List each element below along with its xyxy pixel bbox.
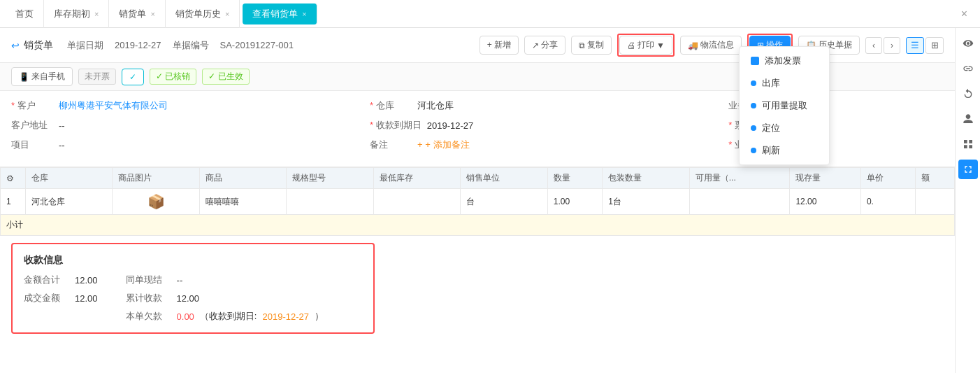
cumulative-label: 累计收款 <box>126 292 171 304</box>
sidebar-expand-icon[interactable] <box>958 160 978 179</box>
form-icon: ↩ <box>11 40 20 51</box>
current-owed-value: 0.00 <box>177 311 194 322</box>
nav-arrows: ‹ › <box>865 37 900 54</box>
share-button[interactable]: ↗ 分享 <box>524 36 565 55</box>
right-sidebar <box>955 28 980 373</box>
date-label: 单据日期 <box>67 39 103 52</box>
subtotal-label: 小计 <box>1 215 955 236</box>
tab-sales-history[interactable]: 销货单历史 × <box>166 0 240 28</box>
unit-price-header: 单价 <box>860 168 916 189</box>
tab-sales-order-close[interactable]: × <box>150 10 154 18</box>
number-value: SA-20191227-001 <box>220 40 294 50</box>
sidebar-user-icon[interactable] <box>958 109 978 129</box>
tab-inventory-init[interactable]: 库存期初 × <box>44 0 109 28</box>
row-warehouse: 河北仓库 <box>26 189 113 215</box>
payment-col-2: 同单现结 -- 累计收款 12.00 本单欠款 0.00 （收款到期日: 201… <box>126 274 324 323</box>
customer-group: 客户 柳州粤港平安气体有限公司 <box>11 99 370 112</box>
new-button[interactable]: + 新增 <box>480 36 519 55</box>
transaction-row: 成交金额 12.00 <box>24 292 98 304</box>
warehouse-label: 仓库 <box>370 99 412 112</box>
add-note-button[interactable]: + + 添加备注 <box>417 139 469 151</box>
menu-item-refresh[interactable]: 刷新 <box>740 139 829 162</box>
tab-sales-history-close[interactable]: × <box>225 10 229 18</box>
spec-header: 规格型号 <box>287 168 373 189</box>
verified-status: ✓ 已核销 <box>150 69 196 85</box>
total-label: 金额合计 <box>24 274 69 286</box>
row-amount <box>916 189 955 215</box>
dot-icon-refresh <box>751 148 756 153</box>
prev-arrow[interactable]: ‹ <box>865 37 882 54</box>
address-value: -- <box>59 120 65 131</box>
sidebar-table-icon[interactable] <box>958 134 978 154</box>
current-owed-label: 本单欠款 <box>126 310 171 323</box>
subtotal-row: 小计 <box>1 215 955 236</box>
tab-view-sales-close[interactable]: × <box>302 10 306 18</box>
gear-header[interactable]: ⚙ <box>1 168 26 189</box>
tab-inventory-init-close[interactable]: × <box>94 10 99 18</box>
copy-button[interactable]: ⧉ 复制 <box>571 36 612 55</box>
address-group: 客户地址 -- <box>11 119 370 132</box>
row-spec <box>287 189 373 215</box>
next-arrow[interactable]: › <box>884 37 900 54</box>
payment-date-label: 收款到期日 <box>370 119 421 132</box>
tab-bar: 首页 库存期初 × 销货单 × 销货单历史 × 查看销货单 × × <box>0 0 980 28</box>
due-date-close: ） <box>315 310 324 323</box>
warehouse-value: 河北仓库 <box>417 99 454 112</box>
menu-item-outbound[interactable]: 出库 <box>740 72 829 94</box>
print-icon: 🖨 <box>627 41 635 50</box>
effective-status: ✓ 已生效 <box>202 69 249 85</box>
data-table-wrap: ⚙ 仓库 商品图片 商品 规格型号 最低库存 销售单位 数量 包装数量 可用量（… <box>0 167 955 236</box>
truck-icon: 🚚 <box>688 41 698 50</box>
phone-button[interactable]: 📱 来自手机 <box>11 67 73 86</box>
payment-date-value: 2019-12-27 <box>427 120 474 131</box>
sidebar-link-icon[interactable] <box>958 59 978 78</box>
table-header-row: ⚙ 仓库 商品图片 商品 规格型号 最低库存 销售单位 数量 包装数量 可用量（… <box>1 168 955 189</box>
project-value: -- <box>59 140 65 150</box>
total-row: 金额合计 12.00 <box>24 274 98 286</box>
sales-unit-header: 销售单位 <box>461 168 547 189</box>
dot-icon-outbound <box>751 80 756 86</box>
project-label: 项目 <box>11 139 53 151</box>
dot-icon-locate <box>751 125 756 131</box>
min-stock-header: 最低库存 <box>373 168 460 189</box>
current-owed-row: 本单欠款 0.00 （收款到期日: 2019-12-27 ） <box>126 310 324 323</box>
same-order-row: 同单现结 -- <box>126 274 324 286</box>
note-label: 备注 <box>370 139 412 151</box>
row-index: 1 <box>1 189 26 215</box>
customer-value[interactable]: 柳州粤港平安气体有限公司 <box>59 99 168 112</box>
confirm-button[interactable]: ✓ <box>122 69 144 85</box>
tab-home[interactable]: 首页 <box>6 0 44 28</box>
menu-item-locate[interactable]: 定位 <box>740 117 829 139</box>
window-close-button[interactable]: × <box>954 8 974 20</box>
amount-header: 额 <box>916 168 955 189</box>
address-label: 客户地址 <box>11 119 53 132</box>
row-product: 嘻嘻嘻嘻 <box>199 189 286 215</box>
copy-icon: ⧉ <box>579 41 585 50</box>
menu-item-available-qty[interactable]: 可用量提取 <box>740 94 829 117</box>
not-open-status: 未开票 <box>78 69 116 85</box>
data-table: ⚙ 仓库 商品图片 商品 规格型号 最低库存 销售单位 数量 包装数量 可用量（… <box>0 167 955 236</box>
payment-col-1: 金额合计 12.00 成交金额 12.00 <box>24 274 98 323</box>
tab-view-sales[interactable]: 查看销货单 × <box>243 3 317 24</box>
grid-view-button[interactable]: ⊞ <box>925 37 944 54</box>
logistics-button[interactable]: 🚚 物流信息 <box>680 36 742 55</box>
row-quantity: 1.00 <box>547 189 603 215</box>
customer-label: 客户 <box>11 99 53 112</box>
warehouse-header: 仓库 <box>26 168 113 189</box>
sidebar-rotate-icon[interactable] <box>958 84 978 104</box>
row-min-stock <box>373 189 460 215</box>
form-title: 销货单 <box>24 39 53 52</box>
tab-sales-order[interactable]: 销货单 × <box>109 0 165 28</box>
same-order-label: 同单现结 <box>126 274 171 286</box>
menu-item-add-invoice[interactable]: 添加发票 <box>740 50 829 72</box>
list-view-button[interactable]: ☰ <box>906 37 924 54</box>
sidebar-eye-icon[interactable] <box>958 34 978 53</box>
table-row: 1 河北仓库 📦 嘻嘻嘻嘻 台 1.00 1台 12.00 0. <box>1 189 955 215</box>
print-button[interactable]: 🖨 打印 ▼ <box>619 36 672 55</box>
current-stock-header: 现存量 <box>790 168 860 189</box>
product-image: 📦 <box>147 194 165 209</box>
print-dropdown-arrow: ▼ <box>656 41 665 50</box>
row-package-qty: 1台 <box>603 189 689 215</box>
view-toggle: ☰ ⊞ <box>906 37 944 54</box>
form-actions: + 新增 ↗ 分享 ⧉ 复制 🖨 打印 ▼ 🚚 <box>480 34 944 57</box>
